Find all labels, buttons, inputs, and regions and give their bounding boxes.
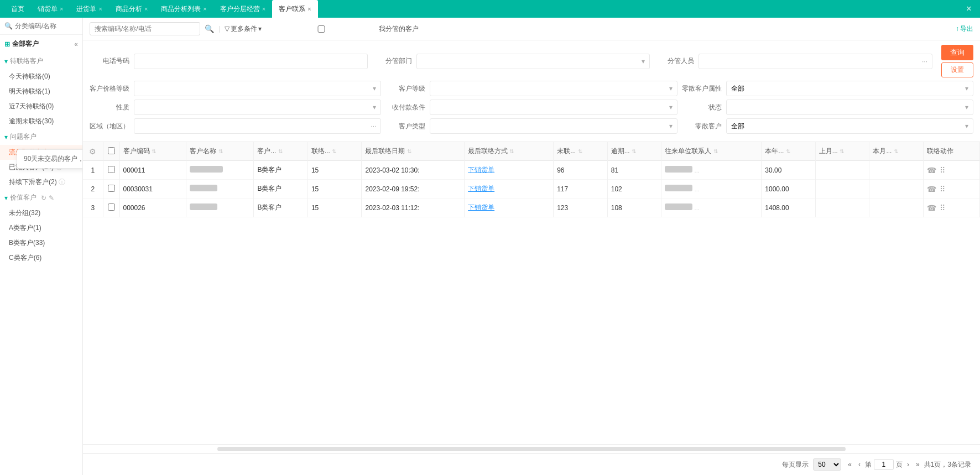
sidebar-item-declining[interactable]: 持续下滑客户(2) ⓘ <box>0 175 82 190</box>
filter-field-price-level: 客户价格等级 ▾ <box>90 81 381 96</box>
action-more-icon-1[interactable]: ⠿ <box>940 185 945 194</box>
my-customers-toggle[interactable]: 我分管的客户 <box>266 24 419 34</box>
settings-button[interactable]: 设置 <box>941 62 973 77</box>
cell-unlinked-1: 117 <box>554 180 608 199</box>
sidebar-search-input[interactable] <box>15 22 78 30</box>
cell-last-month-1 <box>815 180 869 199</box>
customer-type-select[interactable]: ▾ <box>430 118 677 134</box>
sidebar-collapse-icon[interactable]: « <box>74 40 78 48</box>
gear-icon[interactable]: ⚙ <box>89 147 96 156</box>
select-all-checkbox[interactable] <box>108 147 115 154</box>
customer-level-select[interactable]: ▾ <box>430 81 677 96</box>
sort-last-method-icon[interactable]: ⇅ <box>509 148 514 154</box>
row-checkbox-1[interactable] <box>108 185 115 192</box>
customer-name-blurred-0 <box>190 166 223 173</box>
action-contact-icon-0[interactable]: ☎ <box>927 166 936 175</box>
zero-attr-select[interactable]: 全部 ▾ <box>726 81 973 96</box>
edit-icon[interactable]: ✎ <box>49 194 54 202</box>
table-row: 3 000026 B类客户 15 2023-02-03 11:12: 下销货单 … <box>83 199 980 217</box>
filter-field-phone: 电话号码 <box>90 54 368 69</box>
nav-close-analysis-list[interactable]: × <box>203 6 206 12</box>
row-checkbox-0[interactable] <box>108 166 115 173</box>
first-page-button[interactable]: « <box>846 460 854 469</box>
col-this-year-label: 本年... <box>765 147 784 155</box>
horizontal-scrollbar[interactable] <box>217 447 845 451</box>
sidebar-item-a-class[interactable]: A类客户(1) <box>0 221 82 236</box>
window-close-button[interactable]: × <box>962 2 976 15</box>
status-select[interactable]: ▾ <box>726 100 973 115</box>
prev-page-button[interactable]: ‹ <box>856 460 863 469</box>
sort-code-icon[interactable]: ⇅ <box>152 148 156 154</box>
manager-select[interactable]: ··· <box>698 54 932 69</box>
action-more-icon-2[interactable]: ⠿ <box>940 203 945 212</box>
page-input[interactable] <box>874 459 894 470</box>
action-more-icon-0[interactable]: ⠿ <box>940 166 945 175</box>
sort-type-icon[interactable]: ⇅ <box>278 148 283 154</box>
sort-last-date-icon[interactable]: ⇅ <box>407 148 411 154</box>
action-contact-icon-2[interactable]: ☎ <box>927 203 936 212</box>
refresh-icon[interactable]: ↻ <box>41 194 46 202</box>
zero-customer-select[interactable]: 全部 ▾ <box>726 118 973 134</box>
sort-unlinked-icon[interactable]: ⇅ <box>578 148 582 154</box>
sidebar-section-value[interactable]: ▾ 价值客户 ↻ ✎ <box>0 190 82 206</box>
sidebar-item-b-class[interactable]: B类客户(33) <box>0 236 82 250</box>
dept-select[interactable]: ▾ <box>416 54 650 69</box>
nav-close-analysis[interactable]: × <box>144 6 148 12</box>
main-layout: 🔍 ⊞ 全部客户 « ▾ 待联络客户 今天待联络(0) 明天待联络(1) 近7天… <box>0 18 980 475</box>
sort-overdue-icon[interactable]: ⇅ <box>632 148 636 154</box>
sidebar-root[interactable]: ⊞ 全部客户 « <box>0 35 82 53</box>
more-conditions-button[interactable]: ▽ 更多条件 ▾ <box>225 24 262 34</box>
per-page-select[interactable]: 50 20 100 <box>813 458 841 471</box>
nav-close-purchase[interactable]: × <box>98 6 102 12</box>
manager-caret: ··· <box>922 58 927 65</box>
next-page-button[interactable]: › <box>905 460 911 469</box>
sidebar-section-problem[interactable]: ▾ 问题客户 <box>0 129 82 145</box>
contact-method-link-0[interactable]: 下销货单 <box>468 166 494 174</box>
contact-method-link-2[interactable]: 下销货单 <box>468 203 494 211</box>
nav-item-customer-tier[interactable]: 客户分层经营 × <box>213 0 272 18</box>
nav-close-sales[interactable]: × <box>60 6 63 12</box>
sidebar-item-tomorrow[interactable]: 明天待联络(1) <box>0 84 82 99</box>
gender-select[interactable]: ▾ <box>134 100 381 115</box>
nav-close-customer-tier[interactable]: × <box>262 6 265 12</box>
sort-contact-icon[interactable]: ⇅ <box>332 148 336 154</box>
arrow-down-icon: ▾ <box>4 58 8 65</box>
nav-item-analysis-list[interactable]: 商品分析列表 × <box>154 0 213 18</box>
sort-last-month-icon[interactable]: ⇅ <box>840 148 844 154</box>
sidebar-item-overdue[interactable]: 逾期未联络(30) <box>0 114 82 129</box>
sidebar-item-7days[interactable]: 近7天待联络(0) <box>0 99 82 114</box>
customer-table: ⚙ 客户编码 ⇅ 客户名称 ⇅ <box>83 142 980 217</box>
nav-item-sales[interactable]: 销货单 × <box>31 0 70 18</box>
search-input[interactable] <box>90 22 200 35</box>
sidebar-item-c-class[interactable]: C类客户(6) <box>0 250 82 265</box>
filter-row-1: 电话号码 分管部门 ▾ 分管人员 ··· <box>90 45 973 77</box>
col-name-label: 客户名称 <box>190 147 216 155</box>
my-customers-checkbox[interactable] <box>266 25 377 33</box>
sort-name-icon[interactable]: ⇅ <box>218 148 223 154</box>
price-level-select[interactable]: ▾ <box>134 81 381 96</box>
col-header-contact-person: 往来单位联系人 ⇅ <box>661 142 762 161</box>
sidebar-section-pending[interactable]: ▾ 待联络客户 <box>0 53 82 69</box>
cell-type-2: B类客户 <box>254 199 308 217</box>
sidebar-item-unclassified[interactable]: 未分组(32) <box>0 206 82 221</box>
nav-item-home[interactable]: 首页 <box>4 0 31 18</box>
nav-close-customer-contact[interactable]: × <box>307 6 311 12</box>
area-select[interactable]: ··· <box>134 118 381 134</box>
sidebar-item-today[interactable]: 今天待联络(0) <box>0 69 82 84</box>
payment-select[interactable]: ▾ <box>430 100 677 115</box>
search-button[interactable]: 🔍 <box>205 24 214 33</box>
sort-this-month-icon[interactable]: ⇅ <box>894 148 898 154</box>
action-contact-icon-1[interactable]: ☎ <box>927 185 936 194</box>
query-button[interactable]: 查询 <box>941 45 973 60</box>
last-page-button[interactable]: » <box>914 460 922 469</box>
sort-contact-person-icon[interactable]: ⇅ <box>713 148 718 154</box>
sort-this-year-icon[interactable]: ⇅ <box>786 148 790 154</box>
row-checkbox-2[interactable] <box>108 203 115 211</box>
col-header-last-month: 上月... ⇅ <box>815 142 869 161</box>
nav-item-customer-contact[interactable]: 客户联系 × <box>272 0 317 18</box>
export-button[interactable]: ↑ 导出 <box>956 24 973 34</box>
phone-input[interactable] <box>134 54 368 69</box>
nav-item-analysis[interactable]: 商品分析 × <box>109 0 154 18</box>
nav-item-purchase[interactable]: 进货单 × <box>70 0 108 18</box>
contact-method-link-1[interactable]: 下销货单 <box>468 185 494 192</box>
